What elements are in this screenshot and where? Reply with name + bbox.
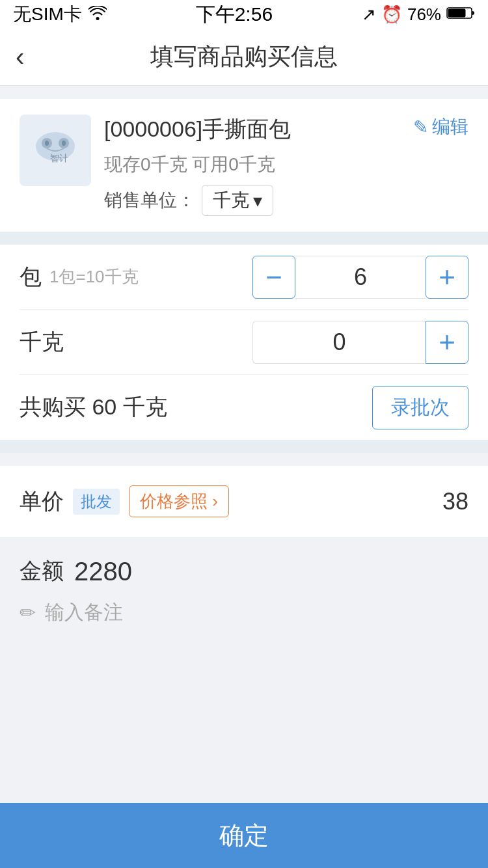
product-logo: 智计: [33, 129, 78, 172]
edit-button[interactable]: ✎ 编辑: [413, 115, 468, 139]
location-icon: ↗: [362, 5, 376, 25]
svg-text:智计: 智计: [50, 153, 68, 163]
remark-placeholder: 输入备注: [45, 599, 123, 626]
amount-value: 2280: [74, 557, 132, 586]
bao-plus-button[interactable]: +: [426, 256, 468, 299]
status-left: 无SIM卡: [13, 2, 107, 27]
back-button[interactable]: ‹: [16, 42, 24, 72]
amount-section: 金额 2280 ✏ 输入备注: [0, 537, 488, 639]
bao-minus-button[interactable]: −: [252, 256, 295, 299]
amount-row: 金额 2280: [20, 556, 468, 586]
status-time: 下午2:56: [196, 1, 273, 28]
batch-button[interactable]: 录批次: [372, 386, 468, 429]
product-unit-row: 销售单位： 千克 ▾: [104, 185, 468, 216]
price-value: 38: [442, 488, 468, 515]
price-label-group: 单价 批发 价格参照 ›: [20, 485, 229, 517]
bao-controls: − +: [252, 256, 468, 299]
unit-label: 销售单位：: [104, 188, 195, 213]
price-ref-button[interactable]: 价格参照 ›: [129, 485, 229, 517]
status-right: ↗ ⏰ 76%: [362, 5, 475, 25]
unit-value: 千克: [213, 188, 249, 213]
bao-label: 包: [20, 262, 42, 292]
battery-icon: [446, 5, 475, 25]
status-bar: 无SIM卡 下午2:56 ↗ ⏰ 76%: [0, 0, 488, 29]
svg-point-5: [45, 141, 49, 146]
product-thumbnail: 智计: [20, 115, 91, 186]
price-badge: 批发: [73, 489, 120, 515]
kg-label: 千克: [20, 327, 252, 357]
total-row: 共购买 60 千克 录批次: [0, 375, 488, 440]
page-title: 填写商品购买信息: [150, 41, 338, 73]
total-text: 共购买 60 千克: [20, 392, 167, 422]
section-divider-2: [0, 440, 488, 453]
chevron-down-icon: ▾: [253, 190, 262, 211]
kg-input[interactable]: [252, 321, 426, 364]
wifi-icon: [88, 4, 107, 25]
product-card: 智计 [0000006]手撕面包 现存0千克 可用0千克 销售单位： 千克 ▾ …: [0, 99, 488, 232]
section-divider-1: [0, 232, 488, 245]
kg-controls: +: [252, 321, 468, 364]
edit-icon: ✎: [413, 116, 428, 138]
no-sim-text: 无SIM卡: [13, 2, 82, 27]
price-label: 单价: [20, 487, 64, 517]
price-row: 单价 批发 价格参照 › 38: [20, 485, 468, 517]
pencil-icon: ✏: [20, 601, 36, 624]
edit-label: 编辑: [432, 115, 468, 139]
kg-input-row: 千克 +: [20, 310, 468, 375]
bao-input[interactable]: [295, 256, 426, 299]
svg-point-6: [62, 141, 66, 146]
input-section: 包 1包=10千克 − + 千克 +: [0, 245, 488, 375]
price-section: 单价 批发 价格参照 › 38: [0, 466, 488, 537]
svg-rect-1: [448, 8, 466, 17]
bao-hint: 1包=10千克: [49, 265, 139, 288]
product-stock: 现存0千克 可用0千克: [104, 152, 468, 177]
battery-text: 76%: [407, 5, 441, 25]
bao-label-group: 包 1包=10千克: [20, 262, 252, 292]
kg-plus-button[interactable]: +: [426, 321, 468, 364]
nav-bar: ‹ 填写商品购买信息: [0, 29, 488, 86]
amount-label: 金额: [20, 556, 64, 586]
unit-select[interactable]: 千克 ▾: [202, 185, 273, 216]
confirm-label: 确定: [219, 819, 269, 852]
confirm-button[interactable]: 确定: [0, 803, 488, 868]
remark-row[interactable]: ✏ 输入备注: [20, 599, 468, 626]
bao-input-row: 包 1包=10千克 − +: [20, 245, 468, 310]
alarm-icon: ⏰: [381, 5, 402, 25]
